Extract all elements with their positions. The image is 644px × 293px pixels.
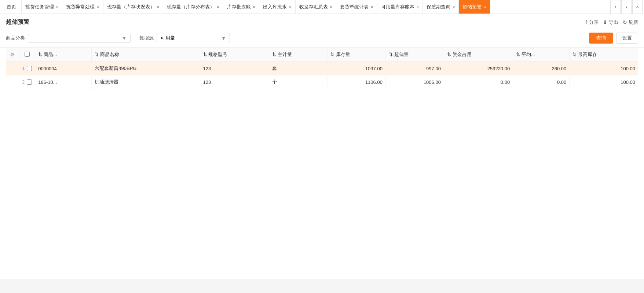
nav-close-button[interactable]: × — [632, 0, 643, 14]
tab-close-icon[interactable]: × — [217, 5, 219, 9]
datasource-value: 可用量 — [161, 35, 175, 41]
tab-stock-dist[interactable]: 现存量（库存分布表） × — [163, 0, 223, 14]
col-checkbox-header — [19, 48, 35, 62]
row-name: 机油滤清器 — [92, 75, 200, 89]
row-checkbox[interactable] — [27, 79, 32, 85]
row-max-stock: 100.00 — [570, 75, 638, 89]
tab-close-icon[interactable]: × — [417, 5, 419, 9]
row-spec: 123 — [200, 75, 269, 89]
datasource-select[interactable]: 可用量 ▼ — [157, 33, 230, 43]
page-title: 超储预警 — [6, 18, 29, 26]
row-checkbox[interactable] — [27, 66, 32, 71]
col-capital-header[interactable]: ⇅ 资金占用 — [444, 48, 513, 62]
row-avg: 260.00 — [513, 62, 570, 75]
tab-close-icon[interactable]: × — [453, 5, 455, 9]
tab-close-icon[interactable]: × — [289, 5, 291, 9]
page-header: 超储预警 ⤴ 分享 ⬇ 导出 ↻ 刷新 — [0, 14, 644, 29]
row-excess: 1006.00 — [385, 75, 444, 89]
row-code: 0000004 — [35, 62, 92, 75]
tab-close-icon[interactable]: × — [330, 5, 332, 9]
col-settings-header: ⚙ — [6, 48, 19, 62]
row-unit: 套 — [269, 62, 327, 75]
tab-close-icon[interactable]: × — [56, 5, 58, 9]
datasource-label: 数据源 — [139, 35, 154, 41]
col-spec-header[interactable]: ⇅ 规格型号 — [200, 48, 269, 62]
refresh-button[interactable]: ↻ 刷新 — [623, 19, 638, 26]
row-name: 六配套新昌490BPG — [92, 62, 200, 75]
row-spec: 123 — [200, 62, 269, 75]
col-name-header[interactable]: ⇅ 商品名称 — [92, 48, 200, 62]
filter-bar: 商品分类 ▼ 数据源 可用量 ▼ 查询 设置 — [0, 29, 644, 48]
col-unit-header[interactable]: ⇅ 主计量 — [269, 48, 327, 62]
tab-inout-flow[interactable]: 出入库流水 × — [259, 0, 295, 14]
settings-gear-icon[interactable]: ⚙ — [10, 52, 15, 58]
row-capital: 259220.00 — [444, 62, 513, 75]
row-checkbox-cell: 2 — [19, 75, 35, 89]
datasource-filter: 数据源 可用量 ▼ — [139, 33, 230, 43]
tab-close-icon[interactable]: × — [371, 5, 373, 9]
tab-overstock-warning[interactable]: 超储预警 × — [459, 0, 490, 14]
row-code: 186-10... — [35, 75, 92, 89]
category-label: 商品分类 — [6, 35, 25, 41]
tab-demand-stats[interactable]: 要货单统计表 × — [336, 0, 377, 14]
tab-close-icon[interactable]: × — [484, 5, 486, 9]
export-icon: ⬇ — [603, 19, 607, 25]
tab-close-icon[interactable]: × — [157, 5, 159, 9]
row-settings-cell — [6, 62, 19, 75]
col-stock-header[interactable]: ⇅ 库存量 — [327, 48, 385, 62]
datasource-dropdown-icon: ▼ — [221, 36, 226, 41]
row-checkbox-cell: 1 — [19, 62, 35, 75]
data-table: ⚙ ⇅ 商品... ⇅ 商品名称 ⇅ 规格型号 ⇅ 主计量 — [6, 48, 638, 89]
share-icon: ⤴ — [585, 19, 588, 25]
nav-next-button[interactable]: › — [621, 0, 632, 14]
share-button[interactable]: ⤴ 分享 — [585, 19, 599, 26]
refresh-icon: ↻ — [623, 19, 627, 25]
tab-close-icon[interactable]: × — [253, 5, 255, 9]
tab-close-icon[interactable]: × — [97, 5, 99, 9]
row-avg: 0.00 — [513, 75, 570, 89]
settings-button[interactable]: 设置 — [616, 33, 638, 44]
header-actions: ⤴ 分享 ⬇ 导出 ↻ 刷新 — [585, 19, 638, 26]
row-excess: 997.00 — [385, 62, 444, 75]
tab-pick-task[interactable]: 拣货任务管理 × — [22, 0, 62, 14]
data-table-container: ⚙ ⇅ 商品... ⇅ 商品名称 ⇅ 规格型号 ⇅ 主计量 — [0, 48, 644, 89]
nav-prev-button[interactable]: ‹ — [610, 0, 621, 14]
filter-actions: 查询 设置 — [589, 33, 638, 44]
tab-stock-status[interactable]: 现存量（库存状况表） × — [103, 0, 163, 14]
category-filter: 商品分类 ▼ — [6, 34, 131, 43]
row-stock: 1097.00 — [327, 62, 385, 75]
category-select[interactable]: ▼ — [28, 34, 131, 43]
col-maxstock-header[interactable]: ⇅ 最高库存 — [570, 48, 638, 62]
tab-summary[interactable]: 收发存汇总表 × — [296, 0, 336, 14]
col-excess-header[interactable]: ⇅ 超储量 — [385, 48, 444, 62]
tab-pick-abnormal[interactable]: 拣货异常处理 × — [62, 0, 103, 14]
tab-available-ledger[interactable]: 可用量库存账本 × — [377, 0, 423, 14]
export-button[interactable]: ⬇ 导出 — [603, 19, 618, 26]
col-avg-header[interactable]: ⇅ 平均... — [513, 48, 570, 62]
row-settings-cell — [6, 75, 19, 89]
col-code-header[interactable]: ⇅ 商品... — [35, 48, 92, 62]
row-unit: 个 — [269, 75, 327, 89]
row-capital: 0.00 — [444, 75, 513, 89]
table-row: 2 186-10... 机油滤清器 123 个 1106.00 1006.00 … — [6, 75, 638, 89]
category-dropdown-icon: ▼ — [122, 36, 127, 41]
home-tab[interactable]: 首页 — [1, 0, 22, 14]
row-stock: 1106.00 — [327, 75, 385, 89]
table-row: 1 0000004 六配套新昌490BPG 123 套 1097.00 997.… — [6, 62, 638, 75]
row-max-stock: 100.00 — [570, 62, 638, 75]
select-all-checkbox[interactable] — [25, 52, 30, 57]
query-button[interactable]: 查询 — [589, 33, 613, 44]
table-header-row: ⚙ ⇅ 商品... ⇅ 商品名称 ⇅ 规格型号 ⇅ 主计量 — [6, 48, 638, 62]
tab-batch-ledger[interactable]: 库存批次账 × — [223, 0, 259, 14]
tab-shelf-life[interactable]: 保质期查询 × — [423, 0, 459, 14]
